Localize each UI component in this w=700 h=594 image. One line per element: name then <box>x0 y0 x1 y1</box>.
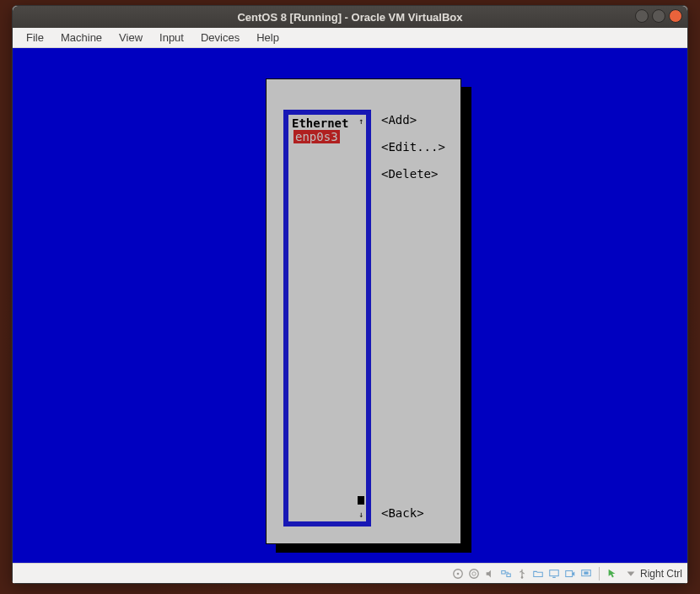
window-title: CentOS 8 [Running] - Oracle VM VirtualBo… <box>237 11 462 24</box>
svg-point-3 <box>472 571 476 575</box>
status-separator <box>599 567 600 580</box>
menu-file[interactable]: File <box>19 30 51 46</box>
svg-rect-7 <box>550 570 559 575</box>
close-button[interactable] <box>669 9 682 23</box>
hostkey-indicator[interactable]: Right Ctrl <box>625 568 682 580</box>
listbox-inner: Ethernet enp0s3 ↑ ↓ <box>288 115 366 521</box>
svg-rect-8 <box>566 570 573 576</box>
svg-rect-10 <box>584 571 588 575</box>
svg-point-2 <box>470 569 479 578</box>
svg-point-6 <box>521 576 524 579</box>
svg-rect-5 <box>507 574 510 577</box>
menu-help[interactable]: Help <box>250 30 286 46</box>
list-header: Ethernet <box>292 116 348 130</box>
list-item-selected[interactable]: enp0s3 <box>293 130 340 143</box>
menu-view[interactable]: View <box>112 30 149 46</box>
edit-button[interactable]: <Edit...> <box>381 140 445 154</box>
vm-display[interactable]: Ethernet enp0s3 ↑ ↓ <Add> <Edit...> <Del… <box>13 48 687 563</box>
optical-drive-icon[interactable] <box>467 567 481 580</box>
delete-button[interactable]: <Delete> <box>381 167 445 181</box>
add-button[interactable]: <Add> <box>381 113 445 127</box>
back-button[interactable]: <Back> <box>381 506 424 520</box>
audio-icon[interactable] <box>483 567 497 580</box>
window-controls <box>635 9 682 23</box>
statusbar: Right Ctrl <box>13 563 687 583</box>
menu-machine[interactable]: Machine <box>54 30 109 46</box>
svg-rect-4 <box>502 570 505 574</box>
dialog-buttons: <Add> <Edit...> <Delete> <box>381 113 445 194</box>
guest-additions-icon[interactable] <box>579 567 593 580</box>
shared-folders-icon[interactable] <box>531 567 545 580</box>
network-icon[interactable] <box>499 567 513 580</box>
virtualbox-window: CentOS 8 [Running] - Oracle VM VirtualBo… <box>12 5 688 584</box>
scroll-up-arrow-icon[interactable]: ↑ <box>358 118 364 125</box>
titlebar[interactable]: CentOS 8 [Running] - Oracle VM VirtualBo… <box>13 6 687 28</box>
recording-icon[interactable] <box>563 567 577 580</box>
svg-point-1 <box>457 572 460 575</box>
menu-input[interactable]: Input <box>153 30 191 46</box>
listbox-scrollbar[interactable]: ↑ ↓ <box>358 118 364 518</box>
nmtui-dialog: Ethernet enp0s3 ↑ ↓ <Add> <Edit...> <Del… <box>266 78 461 544</box>
mouse-integration-icon[interactable] <box>606 567 619 580</box>
maximize-button[interactable] <box>652 9 665 23</box>
keyboard-down-icon <box>625 568 637 580</box>
scroll-thumb[interactable] <box>358 496 364 505</box>
hostkey-label: Right Ctrl <box>640 568 682 580</box>
hard-disk-icon[interactable] <box>451 567 465 580</box>
minimize-button[interactable] <box>635 9 649 23</box>
menu-devices[interactable]: Devices <box>194 30 246 46</box>
connection-listbox[interactable]: Ethernet enp0s3 ↑ ↓ <box>283 110 371 526</box>
menubar: File Machine View Input Devices Help <box>13 28 687 48</box>
display-icon[interactable] <box>547 567 561 580</box>
usb-icon[interactable] <box>515 567 529 580</box>
scroll-down-arrow-icon[interactable]: ↓ <box>358 511 364 518</box>
